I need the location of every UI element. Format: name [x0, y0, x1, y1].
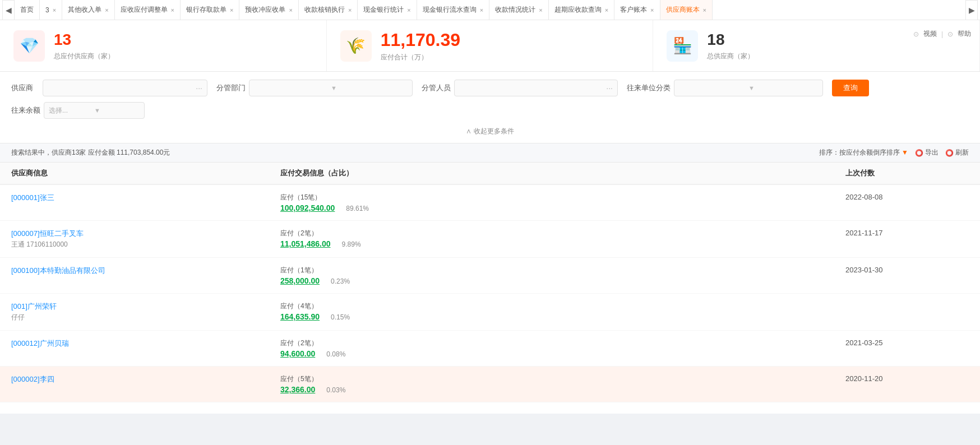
close-tab-tab3-icon[interactable]: ×	[53, 7, 56, 13]
amount-link-0[interactable]: 100,092,540.00	[280, 203, 335, 212]
collapse-bar[interactable]: ∧ 收起更多条件	[11, 124, 969, 138]
nav-tab-supplier-account[interactable]: 供应商账本×	[660, 0, 713, 20]
balance-filter: 往来余额 选择... ▼	[11, 102, 207, 119]
close-tab-other-income-icon[interactable]: ×	[105, 7, 108, 13]
close-tab-collect-verify-icon[interactable]: ×	[348, 7, 352, 13]
nav-tab-customer-account[interactable]: 客户账本×	[614, 0, 660, 20]
supplier-input[interactable]	[48, 84, 196, 92]
supplier-link-1[interactable]: [000007]恒旺二手叉车	[11, 229, 84, 238]
amount-link-2[interactable]: 258,000.00	[280, 276, 320, 285]
supplier-link-5[interactable]: [000002]李四	[11, 375, 54, 383]
nav-tab-collect-stat[interactable]: 收款情况统计×	[489, 0, 548, 20]
nav-tab-tab3[interactable]: 3×	[40, 0, 62, 20]
pay-percent-5: 0.03%	[326, 386, 345, 394]
balance-select-wrapper[interactable]: 选择... ▼	[44, 102, 145, 119]
supplier-sub-3: 仔仔	[11, 313, 280, 322]
supplier-info-4: [000012]广州贝瑞	[11, 339, 280, 349]
filter-row-2: 往来余额 选择... ▼	[11, 102, 969, 119]
balance-placeholder: 选择...	[49, 106, 94, 115]
pay-percent-2: 0.23%	[331, 277, 350, 285]
filter-area: 供应商 ··· 分管部门 ▼ 分管人员 ··· 往来单位分类	[0, 72, 980, 143]
amount-link-3[interactable]: 164,635.90	[280, 312, 320, 321]
export-button[interactable]: ⭕ 导出	[915, 148, 939, 157]
unit-category-dropdown-icon: ▼	[748, 85, 818, 91]
nav-tab-bank-deposit[interactable]: 银行存取款单×	[181, 0, 239, 20]
nav-tab-cash-bank-stat[interactable]: 现金银行统计×	[358, 0, 417, 20]
nav-tab-other-income[interactable]: 其他收入单×	[62, 0, 114, 20]
refresh-button[interactable]: ⭕ 刷新	[945, 148, 969, 157]
unit-category-label: 往来单位分类	[627, 83, 671, 93]
supplier-input-wrapper[interactable]: ···	[43, 80, 207, 96]
collapse-text: ∧ 收起更多条件	[466, 127, 514, 135]
department-dropdown-icon: ▼	[331, 85, 408, 91]
result-actions: 排序：按应付余额倒序排序 ▼ ⭕ 导出 ⭕ 刷新	[819, 148, 969, 157]
result-summary: 搜索结果中，供应商13家 应付金额 111,703,854.00元	[11, 148, 170, 157]
transaction-info-1: 应付（2笔）11,051,486.009.89%	[280, 229, 845, 248]
close-tab-cash-bank-flow-icon[interactable]: ×	[480, 7, 483, 13]
close-tab-customer-account-icon[interactable]: ×	[650, 7, 654, 13]
summary-card-amount: 🌾 11,170.39 应付合计（万）	[327, 20, 654, 71]
supplier-link-3[interactable]: [001]广州荣轩	[11, 302, 57, 310]
pay-percent-3: 0.15%	[331, 313, 350, 321]
person-input-wrapper[interactable]: ···	[454, 80, 618, 96]
table-row: [000001]张三应付（15笔）100,092,540.0089.61%202…	[0, 185, 980, 221]
total-suppliers-label: 总供应商（家）	[707, 52, 754, 61]
close-tab-cash-bank-stat-icon[interactable]: ×	[407, 7, 410, 13]
nav-tab-overdue-query[interactable]: 超期应收款查询×	[549, 0, 614, 20]
summary-card-suppliers: 💎 13 总应付供应商（家）	[0, 20, 327, 71]
close-tab-ap-adjust-icon[interactable]: ×	[171, 7, 174, 13]
close-tab-supplier-account-icon[interactable]: ×	[703, 7, 706, 13]
header-transaction: 应付交易信息（占比）	[280, 168, 845, 178]
sort-dropdown-icon[interactable]: ▼	[902, 149, 908, 156]
supplier-link-0[interactable]: [000001]张三	[11, 193, 54, 202]
balance-label: 往来余额	[11, 105, 40, 115]
person-input[interactable]	[459, 84, 606, 92]
supplier-info-5: [000002]李四	[11, 374, 280, 384]
export-icon: ⭕	[915, 149, 923, 157]
video-link[interactable]: 视频	[923, 29, 937, 39]
amount-link-1[interactable]: 11,051,486.00	[280, 239, 331, 248]
close-tab-advance-collect-icon[interactable]: ×	[289, 7, 292, 13]
transaction-info-0: 应付（15笔）100,092,540.0089.61%	[280, 193, 845, 212]
main-table: 供应商信息 应付交易信息（占比） 上次付数 [000001]张三应付（15笔）1…	[0, 163, 980, 414]
nav-tab-cash-bank-flow[interactable]: 现金银行流水查询×	[417, 0, 489, 20]
unit-category-select-wrapper[interactable]: ▼	[674, 80, 823, 96]
close-tab-overdue-query-icon[interactable]: ×	[605, 7, 608, 13]
transaction-info-4: 应付（2笔）94,600.000.08%	[280, 339, 845, 358]
close-tab-collect-stat-icon[interactable]: ×	[539, 7, 542, 13]
amount-icon: 🌾	[340, 30, 372, 62]
amount-link-4[interactable]: 94,600.00	[280, 349, 315, 358]
nav-tab-collect-verify[interactable]: 收款核销执行×	[299, 0, 358, 20]
query-button[interactable]: 查询	[832, 80, 869, 96]
amount-link-5[interactable]: 32,366.00	[280, 385, 315, 394]
pay-percent-1: 9.89%	[342, 240, 361, 248]
supplier-info-2: [000100]本特勤油品有限公司	[11, 266, 280, 276]
table-row: [001]广州荣轩仔仔应付（4笔）164,635.900.15%	[0, 294, 980, 331]
help-link[interactable]: 帮助	[958, 29, 971, 39]
department-filter: 分管部门 ▼	[216, 80, 413, 96]
supplier-link-4[interactable]: [000012]广州贝瑞	[11, 339, 69, 347]
close-tab-bank-deposit-icon[interactable]: ×	[230, 7, 233, 13]
nav-right-arrow[interactable]: ▶	[965, 0, 978, 20]
supplier-icon: 💎	[13, 30, 45, 62]
table-body: [000001]张三应付（15笔）100,092,540.0089.61%202…	[0, 185, 980, 402]
supplier-dots-icon: ···	[196, 84, 202, 92]
supplier-link-2[interactable]: [000100]本特勤油品有限公司	[11, 266, 105, 275]
supplier-info-3: [001]广州荣轩仔仔	[11, 302, 280, 322]
nav-tab-advance-collect[interactable]: 预收冲应收单×	[239, 0, 298, 20]
total-payable-suppliers: 13	[54, 30, 114, 49]
refresh-icon: ⭕	[945, 149, 954, 157]
last-pay-5: 2020-11-20	[845, 374, 969, 383]
header-supplier: 供应商信息	[11, 168, 280, 178]
person-dots-icon: ···	[606, 84, 613, 92]
nav-tab-home[interactable]: 首页	[15, 0, 40, 20]
transaction-info-2: 应付（1笔）258,000.000.23%	[280, 266, 845, 285]
department-select-wrapper[interactable]: ▼	[249, 80, 413, 96]
last-pay-0: 2022-08-08	[845, 193, 969, 201]
sort-label: 排序：按应付余额倒序排序 ▼	[819, 148, 908, 157]
pay-percent-0: 89.61%	[346, 205, 369, 212]
table-row: [000012]广州贝瑞应付（2笔）94,600.000.08%2021-03-…	[0, 331, 980, 367]
supplier-filter: 供应商 ···	[11, 80, 207, 96]
nav-tab-ap-adjust[interactable]: 应收应付调整单×	[115, 0, 181, 20]
nav-left-arrow[interactable]: ◀	[2, 0, 15, 20]
